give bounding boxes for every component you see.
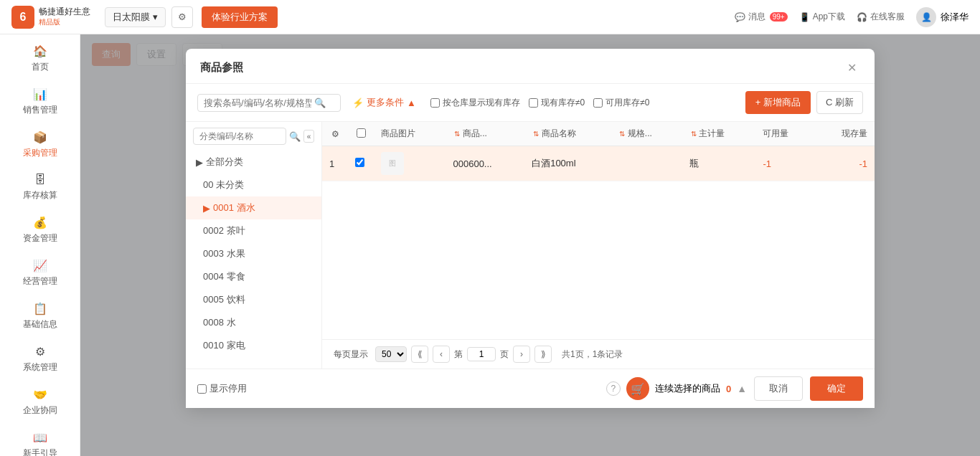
- more-filter-button[interactable]: ⚡ 更多条件 ▲: [347, 93, 422, 112]
- search-icon: 🔍: [314, 98, 326, 108]
- th-product-name[interactable]: ⇅ 商品名称: [524, 122, 611, 146]
- category-item-all[interactable]: ▶ 全部分类: [186, 151, 321, 174]
- th-settings[interactable]: ⚙: [322, 122, 348, 146]
- select-all-checkbox[interactable]: [357, 128, 366, 138]
- collab-icon: 🤝: [33, 388, 47, 402]
- category-item-tea[interactable]: 0002 茶叶: [186, 219, 321, 242]
- online-service-button[interactable]: 🎧 在线客服: [857, 11, 905, 23]
- show-disabled-checkbox[interactable]: 显示停用: [197, 382, 247, 395]
- filter-available-checkbox[interactable]: [593, 98, 603, 108]
- sidebar-item-home[interactable]: 🏠 首页: [0, 37, 80, 80]
- messages-badge: 99+: [770, 12, 788, 22]
- mobile-icon: 📱: [799, 12, 810, 22]
- filter-current-checkbox[interactable]: [529, 98, 538, 108]
- filter-nonzero-available[interactable]: 可用库存≠0: [593, 97, 649, 109]
- confirm-button[interactable]: 确定: [810, 376, 863, 401]
- sidebar-system-label: 系统管理: [23, 361, 57, 374]
- row-spec: [611, 146, 682, 181]
- sidebar-item-collab[interactable]: 🤝 企业协同: [0, 381, 80, 424]
- th-unit-label: 主计量: [699, 128, 725, 138]
- home-icon: 🏠: [33, 44, 47, 58]
- filter-warehouse-checkbox[interactable]: [430, 98, 440, 108]
- top-header: 6 畅捷通好生意 精品版 日太阳膜 ▾ ⚙ 体验行业方案 💬 消息 99+ 📱 …: [0, 0, 980, 34]
- help-icon-button[interactable]: ?: [606, 381, 621, 396]
- modal-close-button[interactable]: ✕: [843, 59, 860, 76]
- first-page-button[interactable]: ⟪: [411, 346, 428, 363]
- th-spec[interactable]: ⇅ 规格...: [611, 122, 682, 146]
- header-right: 💬 消息 99+ 📱 App下载 🎧 在线客服 👤 徐泽华: [735, 7, 969, 27]
- sidebar-item-guide[interactable]: 📖 新手引导: [0, 424, 80, 456]
- logo-text-block: 畅捷通好生意 精品版: [39, 6, 90, 28]
- last-page-button[interactable]: ⟫: [534, 346, 552, 363]
- row-checkbox-cell[interactable]: [348, 146, 374, 181]
- category-item-water[interactable]: 0008 水: [186, 311, 321, 334]
- sort-icon-unit: ⇅: [691, 130, 697, 138]
- app-download-button[interactable]: 📱 App下载: [799, 11, 845, 23]
- category-item-drink[interactable]: 0005 饮料: [186, 288, 321, 311]
- cart-icon[interactable]: 🛒: [626, 377, 649, 400]
- sidebar-item-basic-info[interactable]: 📋 基础信息: [0, 295, 80, 338]
- refresh-button[interactable]: C 刷新: [816, 91, 863, 114]
- sidebar-item-inventory[interactable]: 🗄 库存核算: [0, 166, 80, 209]
- cart-area: ? 🛒 连续选择的商品 0 ▲: [606, 377, 747, 400]
- sidebar-inventory-label: 库存核算: [23, 189, 57, 201]
- product-search-input[interactable]: [204, 98, 311, 108]
- sidebar-item-finance[interactable]: 💰 资金管理: [0, 209, 80, 252]
- category-item-liquor[interactable]: ▶ 0001 酒水: [186, 196, 321, 219]
- category-tea-label: 0002 茶叶: [203, 224, 245, 237]
- sidebar-item-system[interactable]: ⚙ 系统管理: [0, 338, 80, 381]
- table-row[interactable]: 1 图 000600... 白酒100ml: [322, 146, 875, 181]
- user-area[interactable]: 👤 徐泽华: [916, 7, 969, 27]
- th-checkbox[interactable]: [348, 122, 374, 146]
- prev-page-button[interactable]: ‹: [433, 346, 450, 363]
- row-checkbox[interactable]: [355, 158, 364, 167]
- per-page-select[interactable]: 50: [375, 346, 407, 362]
- category-fruit-label: 0003 水果: [203, 247, 245, 260]
- messages-button[interactable]: 💬 消息 99+: [735, 11, 788, 23]
- show-disabled-input[interactable]: [197, 384, 207, 394]
- sales-icon: 📊: [33, 87, 47, 101]
- chevron-up-icon[interactable]: ▲: [737, 383, 747, 394]
- messages-label: 消息: [748, 11, 765, 23]
- category-item-appliance[interactable]: 0010 家电: [186, 334, 321, 357]
- filter-current-label: 现有库存≠0: [541, 97, 585, 109]
- finance-icon: 💰: [33, 216, 47, 229]
- category-search-area: 🔍 «: [186, 128, 321, 151]
- sidebar-item-sales[interactable]: 📊 销售管理: [0, 80, 80, 123]
- th-unit[interactable]: ⇅ 主计量: [682, 122, 755, 146]
- category-search-input[interactable]: [193, 128, 286, 145]
- page-total: 共1页，1条记录: [562, 348, 623, 361]
- filter-nonzero-current[interactable]: 现有库存≠0: [529, 97, 585, 109]
- add-product-button[interactable]: + 新增商品: [745, 91, 811, 114]
- sidebar-item-purchase[interactable]: 📦 采购管理: [0, 123, 80, 166]
- category-collapse-button[interactable]: «: [303, 130, 314, 143]
- category-water-label: 0008 水: [203, 316, 236, 329]
- category-item-snack[interactable]: 0004 零食: [186, 265, 321, 288]
- modal-header: 商品参照 ✕: [186, 49, 875, 84]
- th-image-label: 商品图片: [381, 128, 415, 138]
- page-text-2: 页: [500, 348, 509, 361]
- trial-button[interactable]: 体验行业方案: [202, 6, 278, 28]
- product-search-wrap[interactable]: 🔍: [197, 94, 341, 112]
- filter-by-warehouse[interactable]: 按仓库显示现有库存: [430, 97, 520, 109]
- category-item-unclassified[interactable]: 00 未分类: [186, 174, 321, 196]
- page-number-input[interactable]: [467, 347, 496, 361]
- sidebar-purchase-label: 采购管理: [23, 147, 57, 159]
- category-appliance-label: 0010 家电: [203, 339, 245, 352]
- category-unclassified-label: 00 未分类: [203, 179, 244, 191]
- online-service-label: 在线客服: [870, 11, 905, 23]
- next-page-button[interactable]: ›: [513, 346, 530, 363]
- th-product-code[interactable]: ⇅ 商品...: [446, 122, 524, 146]
- category-item-fruit[interactable]: 0003 水果: [186, 242, 321, 265]
- operation-icon: 📈: [33, 259, 47, 272]
- settings-button[interactable]: ⚙: [171, 6, 193, 28]
- category-list: ▶ 全部分类 00 未分类 ▶ 0001 酒水 0002 茶: [186, 151, 321, 363]
- sidebar-operation-label: 经营管理: [23, 275, 57, 288]
- continuous-select-label: 连续选择的商品: [655, 382, 720, 395]
- cancel-button[interactable]: 取消: [754, 376, 803, 401]
- data-table: ⚙ 商品图片 ⇅ 商品...: [322, 122, 875, 339]
- sidebar-sales-label: 销售管理: [23, 104, 57, 116]
- category-panel: 🔍 « ▶ 全部分类 00 未分类 ▶: [186, 122, 322, 369]
- store-selector[interactable]: 日太阳膜 ▾: [105, 7, 166, 27]
- sidebar-item-operation[interactable]: 📈 经营管理: [0, 252, 80, 295]
